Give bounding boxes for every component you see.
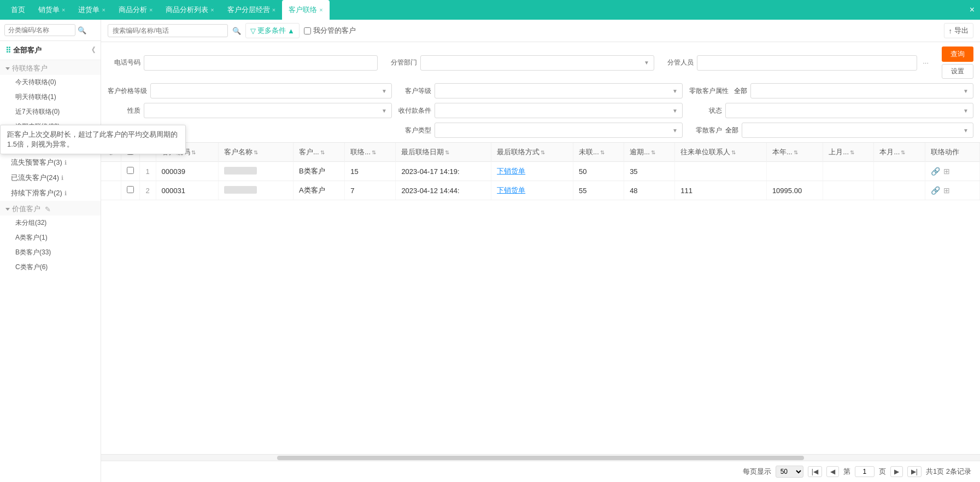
nav-tab-purchase[interactable]: 进货单 × <box>72 0 112 20</box>
my-customer-checkbox[interactable] <box>304 27 311 34</box>
sidebar-item-today-contact[interactable]: 今天待联络(0) <box>0 75 101 90</box>
col-last-month[interactable]: 上月...⇅ <box>823 143 874 162</box>
row2-grid-icon[interactable]: ⊞ <box>943 186 950 195</box>
nav-tab-customer-contact[interactable]: 客户联络 × <box>282 0 329 20</box>
search-icon[interactable]: 🔍 <box>232 27 241 35</box>
info-icon-4: ℹ <box>64 190 67 197</box>
col-this-month[interactable]: 本月...⇅ <box>874 143 925 162</box>
nature-select[interactable]: ▼ <box>144 103 392 118</box>
status-select[interactable]: ▼ <box>725 103 973 118</box>
close-analysis-icon[interactable]: × <box>149 7 152 13</box>
price-level-select[interactable]: ▼ <box>150 83 392 98</box>
dept-select[interactable]: ▼ <box>420 55 654 71</box>
row1-this-year <box>766 162 823 181</box>
per-page-select[interactable]: 50 20 100 <box>776 466 803 478</box>
sidebar-item-declining[interactable]: 持续下滑客户(2) ℹ <box>0 185 101 201</box>
customer-level-label: 客户等级 <box>398 86 431 96</box>
query-button[interactable]: 查询 <box>942 47 973 62</box>
payment-chevron-icon: ▼ <box>672 108 678 114</box>
filter-price-level: 客户价格等级 ▼ <box>108 83 392 98</box>
col-customer-name[interactable]: 客户名称⇅ <box>218 143 293 162</box>
scattered-attr-select[interactable]: ▼ <box>750 83 973 98</box>
row2-num: 2 <box>139 181 156 200</box>
scroll-thumb <box>277 456 805 460</box>
nav-tab-analysis[interactable]: 商品分析 × <box>112 0 159 20</box>
row2-contact: 7 <box>345 181 396 200</box>
content-area: 距客户上次交易时长，超过了此客户的平均交易周期的1.5倍，则视为异常。 🔍 ▽ … <box>101 20 980 482</box>
close-purchase-icon[interactable]: × <box>102 7 105 13</box>
last-page-button[interactable]: ▶| <box>907 466 922 477</box>
price-level-label: 客户价格等级 <box>108 86 147 96</box>
row2-uncontacted: 55 <box>573 181 624 200</box>
row2-link-icon[interactable]: 🔗 <box>931 186 940 195</box>
next-page-button[interactable]: ▶ <box>890 466 903 477</box>
close-sales-icon[interactable]: × <box>62 7 65 13</box>
first-page-button[interactable]: |◀ <box>808 466 822 477</box>
close-all-tabs-button[interactable]: × <box>970 5 975 15</box>
sidebar-item-class-b[interactable]: B类客户(33) <box>0 245 101 260</box>
person-dots-icon[interactable]: ··· <box>920 59 931 67</box>
search-input[interactable] <box>108 24 228 37</box>
col-last-contact-date[interactable]: 最后联络日期⇅ <box>396 143 491 162</box>
row1-this-month <box>874 162 925 181</box>
close-contact-icon[interactable]: × <box>319 7 322 13</box>
phone-input[interactable] <box>144 55 378 71</box>
sidebar-item-already-lost[interactable]: 已流失客户(24) ℹ <box>0 170 101 185</box>
nav-tab-sales[interactable]: 销货单 × <box>32 0 72 20</box>
customer-type-label: 客户类型 <box>398 126 431 135</box>
edit-value-group-icon[interactable]: ✎ <box>45 205 51 213</box>
filter-customer-type: 客户类型 ▼ <box>398 123 683 138</box>
row2-last-way[interactable]: 下销货单 <box>491 181 573 200</box>
page-number-input[interactable] <box>855 466 875 477</box>
prev-page-button[interactable]: ◀ <box>826 466 839 477</box>
more-conditions-button[interactable]: ▽ 更多条件 ▲ <box>245 23 300 38</box>
sidebar-item-unclassified[interactable]: 未分组(32) <box>0 216 101 230</box>
row1-link-icon[interactable]: 🔗 <box>931 167 940 176</box>
close-analysis-list-icon[interactable]: × <box>210 7 214 13</box>
row1-last-way[interactable]: 下销货单 <box>491 162 573 181</box>
col-unit-contact[interactable]: 往来单位联系人⇅ <box>675 143 767 162</box>
row1-settings <box>101 162 121 181</box>
sidebar-search-input[interactable] <box>4 24 75 36</box>
sidebar-collapse-icon[interactable]: 《 <box>88 45 95 55</box>
sidebar-item-7days-contact[interactable]: 近7天待联络(0) <box>0 104 101 119</box>
scattered-attr-chevron-icon: ▼ <box>963 88 969 94</box>
col-uncontacted[interactable]: 未联...⇅ <box>573 143 624 162</box>
sidebar-item-class-c[interactable]: C类客户(6) <box>0 260 101 275</box>
settings-button[interactable]: 设置 <box>942 64 973 79</box>
horizontal-scrollbar[interactable] <box>101 454 980 461</box>
scattered-customer-select[interactable]: ▼ <box>742 123 973 138</box>
filter-bar: 🔍 ▽ 更多条件 ▲ 我分管的客户 ↑ 导出 <box>101 20 980 42</box>
row1-uncontacted: 50 <box>573 162 624 181</box>
page-suffix: 页 <box>879 467 886 477</box>
export-button[interactable]: ↑ 导出 <box>944 23 974 38</box>
row1-grid-icon[interactable]: ⊞ <box>943 167 950 176</box>
sidebar-search-icon[interactable]: 🔍 <box>78 26 86 34</box>
filter-nature: 性质 ▼ <box>108 103 392 118</box>
customer-level-select[interactable]: ▼ <box>435 83 683 98</box>
close-layers-icon[interactable]: × <box>272 7 275 13</box>
nav-tab-analysis-list[interactable]: 商品分析列表 × <box>159 0 220 20</box>
col-customer-class[interactable]: 客户...⇅ <box>293 143 344 162</box>
price-level-chevron-icon: ▼ <box>382 88 387 94</box>
col-contact[interactable]: 联络...⇅ <box>345 143 396 162</box>
customer-type-chevron-icon: ▼ <box>672 127 678 133</box>
nav-tab-home[interactable]: 首页 <box>4 0 32 20</box>
my-customer-checkbox-area[interactable]: 我分管的客户 <box>304 26 356 36</box>
row1-checkbox[interactable] <box>121 162 139 181</box>
sidebar-item-class-a[interactable]: A类客户(1) <box>0 230 101 245</box>
sidebar-item-lost-warning[interactable]: 流失预警客户(3) ℹ <box>0 155 101 170</box>
row2-checkbox[interactable] <box>121 181 139 200</box>
nav-tab-customer-layers[interactable]: 客户分层经营 × <box>221 0 282 20</box>
row2-unit-contact: 111 <box>675 181 767 200</box>
payment-select[interactable]: ▼ <box>435 103 683 118</box>
sidebar-item-tomorrow-contact[interactable]: 明天待联络(1) <box>0 90 101 104</box>
col-this-year[interactable]: 本年...⇅ <box>766 143 823 162</box>
row2-settings <box>101 181 121 200</box>
col-overdue[interactable]: 逾期...⇅ <box>624 143 675 162</box>
person-input[interactable] <box>697 55 917 71</box>
nature-label: 性质 <box>108 106 140 115</box>
customer-type-select[interactable]: ▼ <box>435 123 683 138</box>
col-last-contact-way[interactable]: 最后联络方式⇅ <box>491 143 573 162</box>
scattered-customer-chevron-icon: ▼ <box>963 127 969 133</box>
